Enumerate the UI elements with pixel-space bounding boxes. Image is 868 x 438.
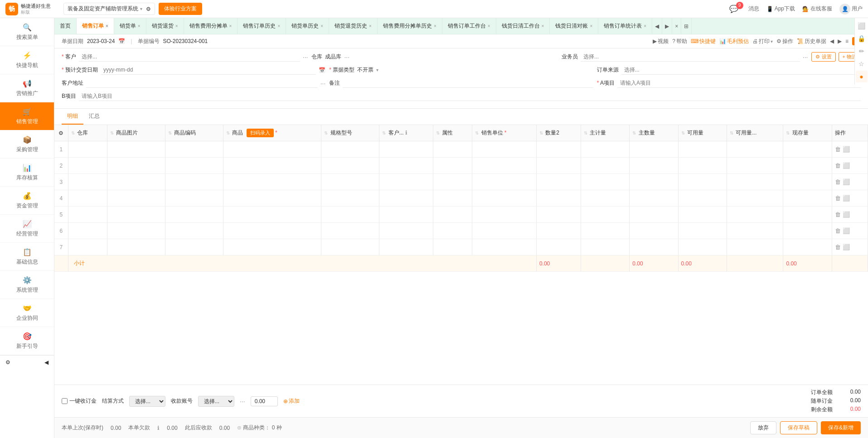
col-customer-code[interactable]: 客户... ℹ bbox=[379, 125, 433, 141]
operation-button[interactable]: ⚙ 操作 bbox=[776, 38, 793, 45]
save-new-button[interactable]: 保存&新增 bbox=[821, 421, 861, 434]
col-sales-unit[interactable]: 销售单位 bbox=[472, 125, 537, 141]
tab-prev-button[interactable]: ◀ bbox=[652, 18, 662, 34]
tab-cash-reconcile[interactable]: 钱货日清对账 × bbox=[550, 18, 598, 34]
row-7-copy-icon[interactable]: ⬜ bbox=[843, 244, 850, 250]
print-button[interactable]: 🖨 打印 ▾ bbox=[752, 38, 773, 45]
help-button[interactable]: ? 帮助 bbox=[672, 38, 687, 45]
tab-close-order-history[interactable]: × bbox=[277, 24, 280, 29]
row-6-copy-icon[interactable]: ⬜ bbox=[843, 227, 850, 234]
sidebar-item-quick-nav[interactable]: ⚡ 快捷导航 bbox=[0, 46, 54, 74]
tab-home[interactable]: 首页 bbox=[54, 18, 77, 34]
row-1-spec[interactable] bbox=[321, 141, 379, 158]
tab-close-order-summary[interactable]: × bbox=[644, 24, 646, 29]
col-warehouse[interactable]: 仓库 bbox=[68, 125, 107, 141]
sidebar-item-search-menu[interactable]: 🔍 搜索菜单 bbox=[0, 18, 54, 46]
row-1-customer-code[interactable] bbox=[379, 141, 433, 158]
product-count-icon[interactable]: ⊙ bbox=[237, 424, 242, 431]
order-source-input[interactable] bbox=[621, 65, 856, 75]
row-2-qty2[interactable] bbox=[536, 158, 581, 174]
sidebar-item-basic-info[interactable]: 📋 基础信息 bbox=[0, 243, 54, 271]
tab-order-history[interactable]: 销售订单历史 × bbox=[238, 18, 286, 34]
save-draft-button[interactable]: 保存草稿 bbox=[780, 421, 817, 434]
right-icon-4[interactable]: ☆ bbox=[856, 58, 868, 70]
col-available-qty[interactable]: 可用量 bbox=[678, 125, 727, 141]
app-download-button[interactable]: 📱 App下载 bbox=[766, 5, 795, 13]
row-1-qty2[interactable] bbox=[536, 141, 581, 158]
row-2-delete-icon[interactable]: 🗑 bbox=[835, 162, 841, 169]
sidebar-item-finance[interactable]: 💰 资金管理 bbox=[0, 187, 54, 215]
tab-expense-split[interactable]: 销售费用分摊单 × bbox=[184, 18, 238, 34]
tab-close-cash-reconcile[interactable]: × bbox=[590, 24, 592, 29]
amount-input[interactable] bbox=[251, 396, 278, 406]
col-product-code[interactable]: 商品编码 bbox=[165, 125, 223, 141]
row-3-warehouse[interactable] bbox=[68, 174, 107, 190]
this-order-info-icon[interactable]: ℹ bbox=[157, 425, 160, 431]
customer-input[interactable] bbox=[79, 52, 300, 62]
discard-button[interactable]: 放弃 bbox=[750, 421, 776, 434]
row-1-warehouse[interactable] bbox=[68, 141, 107, 158]
row-4-delete-icon[interactable]: 🗑 bbox=[835, 195, 841, 202]
tab-detail[interactable]: 明细 bbox=[62, 109, 83, 125]
right-icon-5[interactable]: ● bbox=[856, 71, 868, 82]
row-2-current-stock[interactable] bbox=[783, 158, 832, 174]
account-expand-icon[interactable]: ··· bbox=[240, 398, 245, 405]
right-icon-1[interactable]: ⬜ bbox=[856, 20, 868, 32]
tab-sales-order[interactable]: 销售订单 × bbox=[77, 18, 114, 34]
sidebar-item-operations[interactable]: 📈 经营管理 bbox=[0, 215, 54, 243]
message-button[interactable]: 💬 9 消息 bbox=[729, 5, 759, 13]
right-icon-2[interactable]: 🔒 bbox=[856, 33, 868, 44]
tab-sales-returns[interactable]: 销货退货 × bbox=[146, 18, 184, 34]
sidebar-collapse-icon[interactable]: ◀ bbox=[44, 359, 48, 366]
system-selector[interactable]: 装备及固定资产辅助管理系统 ▾ ⚙ bbox=[63, 3, 155, 15]
row-7-delete-icon[interactable]: 🗑 bbox=[835, 244, 841, 250]
row-1-product-name[interactable] bbox=[223, 141, 321, 158]
col-settings[interactable]: ⚙ bbox=[54, 125, 68, 141]
note-input[interactable] bbox=[343, 78, 593, 88]
row-1-copy-icon[interactable]: ⬜ bbox=[843, 146, 850, 153]
sidebar-item-guide[interactable]: 🎯 新手引导 bbox=[0, 327, 54, 355]
salesperson-input[interactable] bbox=[581, 52, 800, 62]
account-select[interactable]: 选择... bbox=[198, 396, 234, 407]
tab-returns-history[interactable]: 销货退货历史 × bbox=[329, 18, 378, 34]
delivery-date-calendar-icon[interactable]: 📅 bbox=[319, 67, 325, 73]
tab-return-history[interactable]: 销货单历史 × bbox=[286, 18, 329, 34]
row-2-spec[interactable] bbox=[321, 158, 379, 174]
quick-order-check[interactable] bbox=[62, 398, 68, 404]
add-payment-button[interactable]: ⊕ 添加 bbox=[283, 397, 300, 405]
row-2-sales-unit[interactable] bbox=[472, 158, 537, 174]
col-product-name[interactable]: 商品 扫码录入 bbox=[223, 125, 321, 141]
row-1-current-stock[interactable] bbox=[783, 141, 832, 158]
list-view-button[interactable]: ≡ bbox=[845, 38, 849, 44]
row-2-attribute[interactable] bbox=[433, 158, 472, 174]
row-2-available-more[interactable] bbox=[727, 158, 783, 174]
address-expand-icon[interactable]: ··· bbox=[320, 80, 326, 87]
row-1-available-more[interactable] bbox=[727, 141, 783, 158]
scan-input-button[interactable]: 扫码录入 bbox=[247, 129, 274, 137]
row-2-product-code[interactable] bbox=[165, 158, 223, 174]
solution-button[interactable]: 体验行业方案 bbox=[159, 3, 202, 15]
row-1-attribute[interactable] bbox=[433, 141, 472, 158]
col-quantity2[interactable]: 数量2 bbox=[536, 125, 581, 141]
info-icon[interactable]: ℹ bbox=[405, 130, 407, 136]
col-current-stock[interactable]: 现存量 bbox=[783, 125, 832, 141]
sidebar-item-system[interactable]: ⚙️ 系统管理 bbox=[0, 271, 54, 299]
settings-icon[interactable]: ⚙ bbox=[146, 6, 151, 12]
row-1-product-image[interactable] bbox=[107, 141, 165, 158]
tab-summary[interactable]: 汇总 bbox=[83, 109, 105, 125]
col-settings-icon[interactable]: ⚙ bbox=[58, 130, 63, 136]
salesperson-expand-icon[interactable]: ··· bbox=[803, 53, 808, 61]
row-1-main-unit[interactable] bbox=[581, 141, 630, 158]
row-2-copy-icon[interactable]: ⬜ bbox=[843, 162, 850, 169]
ticket-type-chevron-icon[interactable]: ▾ bbox=[376, 67, 378, 72]
tab-order-summary[interactable]: 销售订单统计表 × bbox=[598, 18, 652, 34]
row-5-delete-icon[interactable]: 🗑 bbox=[835, 211, 841, 218]
profit-button[interactable]: 📊 毛利预估 bbox=[719, 38, 749, 45]
row-2-main-unit[interactable] bbox=[581, 158, 630, 174]
sidebar-settings-icon[interactable]: ⚙ bbox=[5, 359, 10, 366]
row-5-copy-icon[interactable]: ⬜ bbox=[843, 211, 850, 218]
row-2-main-qty[interactable] bbox=[630, 158, 678, 174]
tab-close-return-history[interactable]: × bbox=[320, 24, 323, 29]
row-1-main-qty[interactable] bbox=[630, 141, 678, 158]
tab-close-sales-return[interactable]: × bbox=[138, 24, 141, 29]
